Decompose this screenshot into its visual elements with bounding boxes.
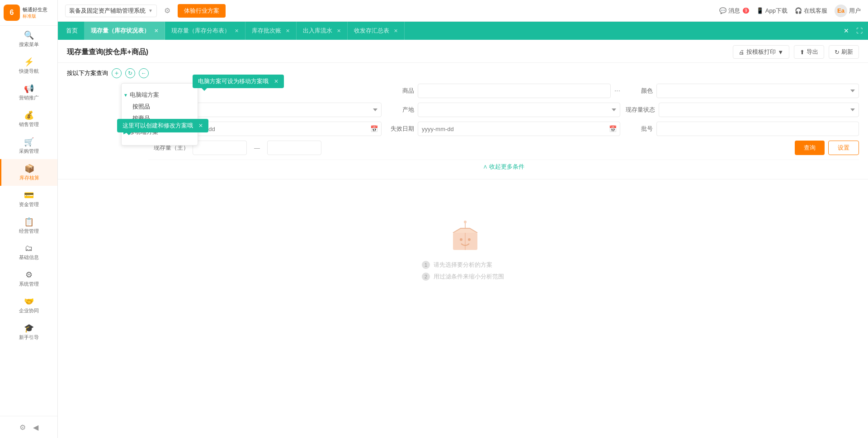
filter-add-button[interactable]: ＋ [112,68,122,78]
finance-icon: 💳 [24,190,34,200]
online-support-button[interactable]: 🎧 在线客服 [795,7,827,15]
filter-refresh-button[interactable]: ↻ [125,68,135,78]
export-button[interactable]: ⬆ 导出 [794,45,824,59]
expire-date-calendar-icon[interactable]: 📅 [609,125,617,132]
main-area: 装备及固定资产辅助管理系统 ▼ ⚙ 体验行业方案 💬 消息 9 📱 App下载 … [58,0,868,438]
empty-step-2: 2 用过滤条件来缩小分析范围 [422,273,504,281]
stock-main-to-input[interactable] [267,141,321,155]
tabs-right-controls: ✕ ⛶ [840,25,866,36]
system-name: 装备及固定资产辅助管理系统 [69,7,146,15]
dropdown-arrow: ▼ [778,49,783,56]
produce-date-input[interactable] [179,122,382,136]
filter-field-origin: 产地 [387,103,620,117]
sidebar-item-ops[interactable]: 📋 经营管理 [0,212,57,239]
sidebar-settings-button[interactable]: ⚙ ◀ [0,421,57,433]
page-actions: 🖨 按模板打印 ▼ ⬆ 导出 ↻ 刷新 [733,45,859,59]
enterprise-icon: 🤝 [24,297,34,306]
filter-row-4: 现存量（主） — 查询 设置 [148,141,859,155]
filter-field-expire-date: 失效日期 📅 [387,122,620,136]
svg-point-3 [468,238,471,241]
color-select[interactable] [656,84,859,98]
product-input[interactable] [418,84,611,98]
sidebar-collapse-icon[interactable]: ◀ [33,423,38,432]
quick-icon: ⚡ [24,57,34,67]
tab-close-inout-flow[interactable]: ✕ [337,28,341,34]
tab-close-inventory-dist[interactable]: ✕ [235,28,239,34]
tab-home[interactable]: 首页 [60,22,85,40]
tab-inventory-status[interactable]: 现存量（库存状况表） ✕ [85,22,165,40]
tab-close-batch-ledger[interactable]: ✕ [286,28,290,34]
user-avatar: Ea [835,5,847,17]
stock-main-from-input[interactable] [193,141,247,155]
sidebar-item-basic[interactable]: 🗂 基础信息 [0,239,57,265]
user-menu[interactable]: Ea 用户 [835,5,861,17]
print-template-button[interactable]: 🖨 按模板打印 ▼ [733,45,789,59]
range-separator: — [250,145,264,151]
origin-select[interactable] [418,103,620,117]
stock-status-select[interactable] [659,103,859,117]
tooltip-create-close[interactable]: ✕ [198,122,203,129]
sidebar-item-finance[interactable]: 💳 资金管理 [0,186,57,212]
filter-field-color: 颜色 [626,84,859,98]
logo[interactable]: 6 畅通好生意 标准版 [0,0,57,26]
logo-icon: 6 [4,5,20,21]
size-select[interactable] [179,103,382,117]
search-icon: 🔍 [24,30,34,40]
collapse-up-icon: ∧ [483,163,488,170]
query-button[interactable]: 查询 [795,141,825,155]
batch-input[interactable] [656,122,859,136]
support-icon: 🎧 [795,7,802,14]
sidebar-item-sales[interactable]: 💰 销售管理 [0,106,57,132]
sidebar-item-inventory[interactable]: 📦 库存核算 [0,159,57,186]
sidebar-item-enterprise[interactable]: 🤝 企业协同 [0,292,57,319]
tooltip-scheme-close[interactable]: ✕ [274,78,278,85]
system-selector[interactable]: 装备及固定资产辅助管理系统 ▼ [65,5,157,17]
filter-field-batch: 批号 [626,122,859,136]
refresh-button[interactable]: ↻ 刷新 [829,45,859,59]
scheme-tree-panel: 这里可以创建和修改方案哦 ✕ ▼ 电脑端方案 按照品 [121,83,198,146]
basic-icon: 🗂 [25,244,33,253]
sidebar-item-system[interactable]: ⚙ 系统管理 [0,265,57,292]
tab-inventory-dist[interactable]: 现存量（库存分布表） ✕ [165,22,245,40]
print-icon: 🖨 [739,49,745,56]
filter-action-buttons: 查询 设置 [795,141,859,155]
messages-button[interactable]: 💬 消息 9 [719,7,749,15]
tab-fullscreen[interactable]: ⛶ [853,25,866,36]
tab-receive-summary[interactable]: 收发存汇总表 ✕ [348,22,405,40]
settings-button[interactable]: 设置 [828,141,859,155]
app-download-button[interactable]: 📱 App下载 [756,7,788,15]
tab-batch-ledger[interactable]: 库存批次账 ✕ [245,22,297,40]
settings-icon: ⚙ [19,423,26,432]
tab-close-all[interactable]: ✕ [840,25,853,36]
sidebar-item-guide[interactable]: 🎓 新手引导 [0,319,57,345]
topbar-right: 💬 消息 9 📱 App下载 🎧 在线客服 Ea 用户 [719,5,861,17]
svg-point-2 [460,238,462,241]
scheme-desktop-header[interactable]: ▼ 电脑端方案 [122,89,198,101]
filter-back-button[interactable]: ← [139,68,149,78]
industry-btn[interactable]: 体验行业方案 [178,4,226,18]
sidebar-item-marketing[interactable]: 📢 营销推广 [0,79,57,106]
message-icon: 💬 [719,7,726,14]
expire-date-input[interactable] [418,122,620,136]
tab-inout-flow[interactable]: 出入库流水 ✕ [297,22,348,40]
sidebar-item-purchase[interactable]: 🛒 采购管理 [0,132,57,159]
step-num-1: 1 [422,261,430,269]
topbar-settings-icon[interactable]: ⚙ [162,5,172,17]
filter-collapse-button[interactable]: ∧ 收起更多条件 [148,160,859,174]
tab-close-inventory-status[interactable]: ✕ [154,28,158,34]
empty-illustration [445,216,481,252]
scheme-item-by-product-code[interactable]: 按照品 [122,101,198,113]
produce-date-calendar-icon[interactable]: 📅 [370,125,378,132]
tooltip-create: 这里可以创建和修改方案哦 ✕ [117,119,208,132]
content-inner: 现存量查询(按仓库+商品) 🖨 按模板打印 ▼ ⬆ 导出 ↻ 刷新 [58,40,868,438]
sidebar-item-search[interactable]: 🔍 搜索菜单 [0,26,57,52]
inventory-icon: 📦 [24,164,34,174]
more-dots-product[interactable]: ··· [614,87,620,95]
purchase-icon: 🛒 [24,137,34,147]
user-name: 用户 [849,7,861,15]
empty-step-1: 1 请先选择要分析的方案 [422,261,504,269]
scheme-desktop-arrow: ▼ [123,93,128,98]
filter-header: 按以下方案查询 ＋ ↻ ← [67,68,859,78]
sidebar-item-quick[interactable]: ⚡ 快捷导航 [0,52,57,79]
tab-close-receive-summary[interactable]: ✕ [394,28,398,34]
